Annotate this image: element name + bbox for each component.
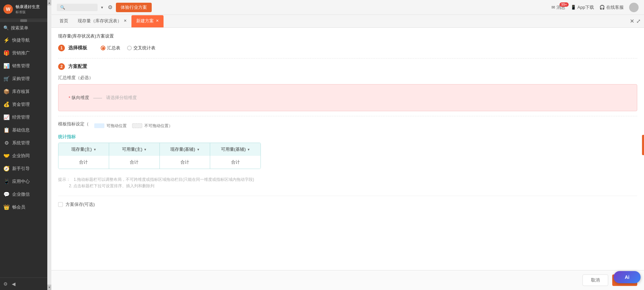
collapse-footer-btn[interactable]: ◀ bbox=[12, 281, 16, 287]
topbar: 🔍 ▾ ⚙ 体验行业方案 ✉ 消息 99+ 📱 App下载 🎧 在线客服 bbox=[51, 0, 644, 15]
settings-footer-btn[interactable]: ⚙ bbox=[3, 281, 8, 287]
radio-summary[interactable]: 汇总表 bbox=[101, 45, 120, 51]
sidebar-item-appcenter[interactable]: 📱 应用中心 bbox=[0, 175, 47, 188]
app-download-btn[interactable]: 📱 App下载 bbox=[571, 4, 594, 10]
content-area: 现存量(库存状况表)方案设置 1 选择模板 汇总表 交叉统计表 bbox=[51, 28, 644, 270]
save-checkbox[interactable] bbox=[58, 202, 63, 207]
ai-fab-btn[interactable]: Ai bbox=[614, 271, 641, 283]
tab-home[interactable]: 首页 bbox=[55, 15, 73, 27]
cancel-btn[interactable]: 取消 bbox=[583, 274, 608, 286]
sidebar-item-finance[interactable]: 💰 资金管理 bbox=[0, 98, 47, 111]
dimension-label: 汇总维度（必选） bbox=[58, 75, 637, 81]
sidebar-item-wechat[interactable]: 💬 企业微信 bbox=[0, 188, 47, 201]
sidebar-purchase-label: 采购管理 bbox=[12, 76, 30, 82]
stats-col-1-label: 可用量(主) bbox=[122, 146, 143, 152]
step2-header: 2 方案配置 bbox=[58, 63, 637, 70]
tabbar-close-icon[interactable]: ✕ bbox=[630, 18, 634, 24]
search-icon: 🔍 bbox=[3, 25, 9, 30]
legend-draggable: 可拖动位置 bbox=[94, 123, 127, 129]
app-name: 畅康通好生意 bbox=[16, 4, 40, 10]
sidebar-appcenter-label: 应用中心 bbox=[12, 178, 30, 185]
tips-section: 提示： 1.拖动标题栏可以调整布局，不可跨维度或指标区域拖动栏目(只能在同一维度… bbox=[58, 177, 637, 189]
radio-cross-circle bbox=[127, 46, 132, 50]
tab-inventory-label: 现存量（库存状况表） bbox=[78, 18, 122, 24]
stats-col-1[interactable]: 可用量(主) ▾ bbox=[109, 143, 160, 156]
dimension-field: 纵向维度 bbox=[72, 95, 89, 101]
topbar-search-box[interactable]: 🔍 bbox=[57, 4, 98, 11]
page-title: 现存量(库存状况表)方案设置 bbox=[58, 33, 637, 39]
sidebar-basicinfo-label: 基础信息 bbox=[12, 127, 30, 133]
tips-prefix: 提示： bbox=[58, 177, 70, 182]
tabbar-expand-icon[interactable]: ⤢ bbox=[636, 18, 641, 24]
sidebar-nav: 🔍 搜索菜单 ⚡ 快捷导航 🎁 营销推广 📊 销售管理 🛒 采购管理 📦 库存核… bbox=[0, 22, 47, 277]
operations-icon: 📈 bbox=[3, 114, 9, 120]
phone-icon: 📱 bbox=[571, 5, 576, 10]
sidebar-item-collab[interactable]: 🤝 企业协同 bbox=[0, 149, 47, 162]
sidebar-vip-label: 畅会员 bbox=[12, 204, 25, 210]
tab-inventory[interactable]: 现存量（库存状况表） ✕ bbox=[73, 15, 131, 27]
sidebar-item-search[interactable]: 🔍 搜索菜单 bbox=[0, 22, 47, 34]
topbar-search-icon: 🔍 bbox=[60, 5, 65, 10]
sidebar-inventory-label: 库存核算 bbox=[12, 89, 30, 95]
sidebar-item-quicknav[interactable]: ⚡ 快捷导航 bbox=[0, 34, 47, 47]
save-label: 方案保存(可选) bbox=[66, 201, 95, 208]
sidebar-marketing-label: 营销推广 bbox=[12, 50, 30, 56]
sidebar: W 畅康通好生意 标准版 🔍 搜索菜单 ⚡ 快捷导航 🎁 营销推广 📊 销售管理 bbox=[0, 0, 47, 290]
message-icon: ✉ bbox=[551, 5, 555, 10]
stats-col-2[interactable]: 现存量(基辅) ▾ bbox=[160, 143, 210, 156]
trial-btn[interactable]: 体验行业方案 bbox=[116, 3, 152, 12]
sidebar-search-label: 搜索菜单 bbox=[11, 25, 28, 31]
dimension-section: 汇总维度（必选） * 纵向维度 —— 请选择分组维度 bbox=[58, 75, 637, 111]
stats-col-0[interactable]: 现存量(主) ▾ bbox=[58, 143, 109, 156]
sidebar-scrollbar[interactable]: ▲ ▼ bbox=[47, 0, 51, 290]
sidebar-item-vip[interactable]: 👑 畅会员 bbox=[0, 201, 47, 214]
tips-item-1: 2. 点击标题栏下拉可设置排序、插入列和删除列 bbox=[69, 183, 637, 189]
step2-title: 方案配置 bbox=[68, 64, 87, 70]
sidebar-item-sales[interactable]: 📊 销售管理 bbox=[0, 59, 47, 72]
right-side-indicator bbox=[642, 135, 644, 155]
save-section: 方案保存(可选) bbox=[58, 196, 637, 208]
stats-col-3[interactable]: 可用量(基辅) ▾ bbox=[210, 143, 261, 156]
app-version: 标准版 bbox=[16, 10, 40, 15]
inventory-icon: 📦 bbox=[3, 89, 9, 95]
topbar-gear-icon[interactable]: ⚙ bbox=[108, 4, 113, 10]
sidebar-item-purchase[interactable]: 🛒 采购管理 bbox=[0, 72, 47, 85]
newguide-icon: 🧭 bbox=[3, 166, 9, 172]
tab-new-plan-close[interactable]: ✕ bbox=[156, 19, 159, 23]
sidebar-item-operations[interactable]: 📈 经营管理 bbox=[0, 111, 47, 124]
step1-badge: 1 bbox=[58, 45, 65, 51]
step2-section: 2 方案配置 汇总维度（必选） * 纵向维度 —— 请选择分组维度 模板指标设定… bbox=[58, 63, 637, 189]
message-btn[interactable]: ✉ 消息 99+ bbox=[551, 4, 565, 10]
draggable-box bbox=[94, 123, 104, 128]
dimension-required: * bbox=[69, 95, 70, 100]
service-btn[interactable]: 🎧 在线客服 bbox=[599, 4, 624, 10]
sidebar-item-newguide[interactable]: 🧭 新手引导 bbox=[0, 162, 47, 175]
scroll-up-btn[interactable]: ▲ bbox=[47, 0, 51, 5]
app-name-block: 畅康通好生意 标准版 bbox=[16, 4, 40, 15]
ai-fab-label: Ai bbox=[625, 274, 629, 280]
sidebar-collab-label: 企业协同 bbox=[12, 153, 30, 159]
tab-new-plan[interactable]: 新建方案 ✕ bbox=[131, 15, 164, 27]
user-avatar[interactable] bbox=[629, 3, 639, 12]
tab-new-plan-label: 新建方案 bbox=[136, 18, 154, 24]
sidebar-item-inventory[interactable]: 📦 库存核算 bbox=[0, 85, 47, 98]
dimension-box[interactable]: * 纵向维度 —— 请选择分组维度 bbox=[58, 84, 637, 111]
step2-badge: 2 bbox=[58, 63, 65, 70]
sidebar-item-marketing[interactable]: 🎁 营销推广 bbox=[0, 47, 47, 59]
sidebar-item-basicinfo[interactable]: 📋 基础信息 bbox=[0, 124, 47, 137]
sidebar-item-system[interactable]: ⚙ 系统管理 bbox=[0, 137, 47, 149]
radio-summary-label: 汇总表 bbox=[107, 45, 120, 51]
topbar-dropdown-icon[interactable]: ▾ bbox=[101, 5, 103, 10]
tab-inventory-close[interactable]: ✕ bbox=[124, 19, 127, 23]
wechat-icon: 💬 bbox=[3, 191, 9, 197]
stats-col-2-label: 现存量(基辅) bbox=[170, 146, 195, 152]
tips-item-0: 1.拖动标题栏可以调整布局，不可跨维度或指标区域拖动栏目(只能在同一维度或指标区… bbox=[74, 177, 254, 182]
sidebar-quicknav-label: 快捷导航 bbox=[12, 37, 30, 43]
topbar-search-input[interactable] bbox=[67, 5, 94, 10]
step1-title: 选择模板 bbox=[68, 45, 87, 51]
stats-table: 现存量(主) ▾ 可用量(主) ▾ 现存量(基辅) ▾ 可用量(基辅) bbox=[58, 143, 261, 169]
app-logo-icon: W bbox=[3, 4, 13, 14]
radio-cross[interactable]: 交叉统计表 bbox=[127, 45, 155, 51]
scroll-down-btn[interactable]: ▼ bbox=[47, 285, 51, 290]
system-icon: ⚙ bbox=[3, 140, 9, 146]
